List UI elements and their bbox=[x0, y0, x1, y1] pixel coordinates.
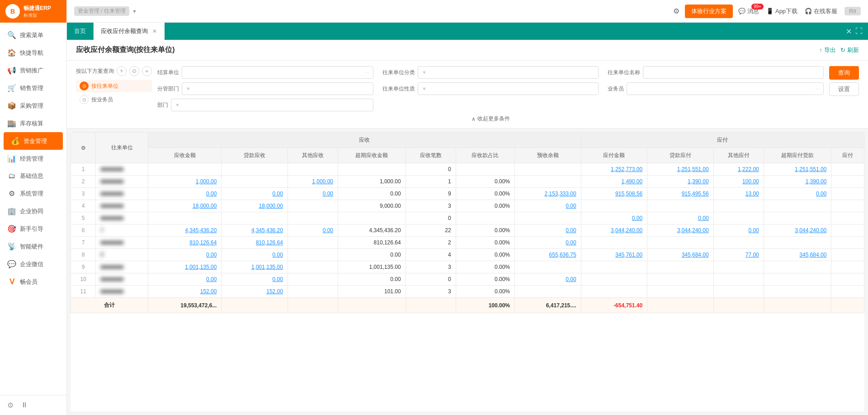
table-cell[interactable]: 3,044,240.00 bbox=[764, 224, 831, 237]
salesperson-input[interactable]: ··· bbox=[627, 82, 824, 95]
table-cell[interactable]: 18,000.00 bbox=[148, 200, 222, 212]
table-cell[interactable]: 345,761.00 bbox=[581, 249, 647, 261]
table-cell: 4 bbox=[406, 249, 456, 261]
table-cell[interactable]: 0.00 bbox=[764, 188, 831, 200]
sidebar-item-hardware[interactable]: 📡 智能硬件 bbox=[0, 238, 66, 255]
sidebar-item-quicknav[interactable]: 🏠 快捷导航 bbox=[0, 44, 66, 62]
header-message[interactable]: 💬 消息 99+ bbox=[738, 7, 759, 15]
table-cell[interactable]: 4,345,436.20 bbox=[148, 224, 222, 237]
table-cell[interactable]: 1,251,551.00 bbox=[647, 163, 714, 176]
promo-button[interactable]: 体验行业方案 bbox=[685, 5, 733, 18]
table-cell[interactable]: 18,000.00 bbox=[222, 200, 288, 212]
header-app-download[interactable]: 📱 App下载 bbox=[766, 7, 797, 15]
table-cell[interactable]: 0.00 bbox=[515, 224, 581, 237]
dept-input[interactable]: ▼ bbox=[171, 99, 373, 111]
header-online-service[interactable]: 🎧 在线客服 bbox=[805, 7, 837, 15]
export-button[interactable]: ↑ 导出 bbox=[820, 46, 836, 54]
table-cell[interactable]: 0.00 bbox=[647, 212, 714, 224]
table-cell[interactable]: 1,390.00 bbox=[647, 176, 714, 188]
table-cell[interactable]: 1,001,135.00 bbox=[222, 261, 288, 273]
table-cell[interactable]: 655,636.75 bbox=[515, 249, 581, 261]
window-maximize-icon[interactable]: ⛶ bbox=[855, 27, 863, 35]
table-cell[interactable]: 0.00 bbox=[713, 224, 764, 237]
table-cell[interactable]: 0.00 bbox=[581, 212, 647, 224]
tab-home[interactable]: 首页 bbox=[67, 23, 94, 40]
table-cell[interactable]: 13.00 bbox=[713, 188, 764, 200]
table-cell[interactable]: 0.00 bbox=[148, 273, 222, 286]
table-cell[interactable]: 1,000.00 bbox=[288, 176, 338, 188]
branch-dept-input[interactable]: ▼ bbox=[182, 82, 373, 95]
sidebar-item-guide[interactable]: 🎯 新手引导 bbox=[0, 220, 66, 238]
table-cell[interactable]: 1,251,551.00 bbox=[764, 163, 831, 176]
footer-collapse-icon[interactable]: ⏸ bbox=[21, 401, 28, 410]
sidebar-item-management[interactable]: 📊 经营管理 bbox=[0, 150, 66, 167]
table-cell[interactable]: 0.00 bbox=[222, 273, 288, 286]
unit-category-input[interactable]: ▼ bbox=[418, 66, 599, 79]
table-cell[interactable]: 915,495.56 bbox=[647, 188, 714, 200]
tab-close-icon[interactable]: ✕ bbox=[152, 28, 157, 34]
search-add-button[interactable]: + bbox=[117, 66, 127, 76]
table-cell[interactable]: 4,345,436.20 bbox=[222, 224, 288, 237]
table-cell[interactable]: 810,126.64 bbox=[148, 237, 222, 249]
sidebar-item-inventory[interactable]: 🏬 库存核算 bbox=[0, 114, 66, 132]
table-cell[interactable]: 100.00 bbox=[713, 176, 764, 188]
sidebar-item-finance[interactable]: 💰 资金管理 bbox=[4, 132, 63, 150]
table-cell[interactable]: 3,044,240.00 bbox=[581, 224, 647, 237]
table-cell: 1 bbox=[71, 163, 96, 176]
table-cell[interactable]: 345,684.00 bbox=[764, 249, 831, 261]
table-cell[interactable]: 1,490.00 bbox=[581, 176, 647, 188]
table-cell[interactable]: 152.00 bbox=[222, 286, 288, 298]
sidebar-item-search[interactable]: 🔍 搜索菜单 bbox=[0, 26, 66, 44]
footer-receivable[interactable]: 19,553,472,6... bbox=[148, 298, 222, 313]
table-cell[interactable]: 0.00 bbox=[148, 188, 222, 200]
table-cell[interactable]: 810,126.64 bbox=[222, 237, 288, 249]
sidebar-item-sales[interactable]: 🛒 销售管理 bbox=[0, 79, 66, 97]
scheme-by-staff[interactable]: ⊙ 按业务员 bbox=[76, 93, 152, 106]
header-user[interactable]: Rit bbox=[844, 8, 861, 14]
sidebar-item-member[interactable]: Ⅴ 畅会员 bbox=[0, 273, 66, 291]
scheme-by-unit[interactable]: ⊙ 按往来单位 bbox=[76, 80, 152, 92]
sidebar-item-system[interactable]: ⚙ 系统管理 bbox=[0, 185, 66, 202]
table-cell[interactable]: 3,044,240.00 bbox=[647, 224, 714, 237]
table-cell[interactable]: 1,001,135.00 bbox=[148, 261, 222, 273]
table-cell[interactable]: 2,153,333.00 bbox=[515, 188, 581, 200]
table-cell[interactable]: 0.00 bbox=[515, 200, 581, 212]
table-cell[interactable]: 0.00 bbox=[515, 237, 581, 249]
settlement-unit-input[interactable]: ··· bbox=[182, 66, 373, 79]
table-cell[interactable]: 77.00 bbox=[713, 249, 764, 261]
refresh-button[interactable]: ↻ 刷新 bbox=[840, 46, 859, 54]
sidebar-item-purchase[interactable]: 📦 采购管理 bbox=[0, 97, 66, 114]
table-cell[interactable]: 0.00 bbox=[515, 273, 581, 286]
unit-nature-input[interactable]: ▼ bbox=[418, 82, 599, 95]
table-cell[interactable]: 1,000.00 bbox=[148, 176, 222, 188]
sidebar-item-marketing[interactable]: 📢 营销推广 bbox=[0, 62, 66, 79]
table-cell[interactable]: 0.00 bbox=[288, 188, 338, 200]
table-cell[interactable]: 1,222.00 bbox=[713, 163, 764, 176]
table-cell[interactable]: 1,252,773.00 bbox=[581, 163, 647, 176]
table-cell[interactable]: 152.00 bbox=[148, 286, 222, 298]
query-button[interactable]: 查询 bbox=[829, 66, 859, 80]
breadcrumb-dropdown-icon[interactable]: ▼ bbox=[132, 9, 137, 14]
sidebar-item-basic[interactable]: 🗂 基础信息 bbox=[0, 167, 66, 185]
search-setting-button[interactable]: ⊙ bbox=[129, 66, 139, 76]
table-cell[interactable]: 345,684.00 bbox=[647, 249, 714, 261]
search-expand-button[interactable]: « bbox=[142, 66, 152, 76]
header-gear-icon[interactable]: ⚙ bbox=[673, 7, 679, 15]
sidebar-item-corp[interactable]: 🏢 企业协同 bbox=[0, 202, 66, 220]
table-settings-icon[interactable]: ⚙ bbox=[81, 145, 86, 151]
footer-settings-icon[interactable]: ⚙ bbox=[7, 401, 14, 410]
sidebar-item-wechat[interactable]: 💬 企业微信 bbox=[0, 255, 66, 273]
table-cell: 6 bbox=[71, 224, 96, 237]
collapse-button[interactable]: ∧ 收起更多条件 bbox=[472, 115, 510, 123]
table-cell[interactable]: 1,390.00 bbox=[764, 176, 831, 188]
table-cell[interactable]: 0.00 bbox=[148, 249, 222, 261]
table-cell[interactable]: 0.00 bbox=[222, 188, 288, 200]
unit-name-input[interactable] bbox=[643, 66, 824, 79]
table-cell[interactable]: 0.00 bbox=[222, 249, 288, 261]
tab-query[interactable]: 应收应付余额查询 ✕ bbox=[94, 23, 165, 40]
settings-button[interactable]: 设置 bbox=[829, 82, 859, 96]
table-cell[interactable]: 0.00 bbox=[288, 224, 338, 237]
table-cell[interactable]: 915,508.56 bbox=[581, 188, 647, 200]
th-settings[interactable]: ⚙ bbox=[71, 133, 96, 163]
window-close-icon[interactable]: ✕ bbox=[846, 27, 852, 36]
